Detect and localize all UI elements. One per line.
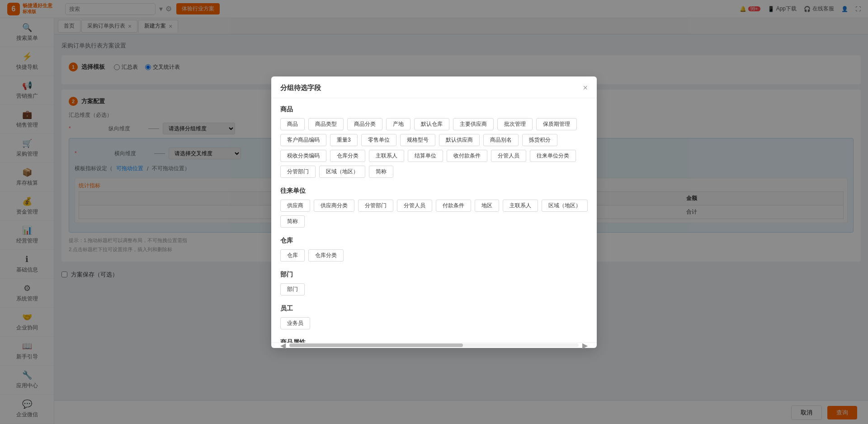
field-tag-0-8[interactable]: 客户商品编码 (280, 134, 326, 146)
hscroll-right-arrow[interactable]: ▶ (582, 341, 588, 350)
field-tag-1-6[interactable]: 主联系人 (503, 200, 538, 212)
field-group-title-3: 部门 (280, 271, 588, 279)
field-tags-4: 业务员 (280, 317, 588, 329)
field-tag-1-1[interactable]: 供应商分类 (314, 200, 354, 212)
field-group-title-0: 商品 (280, 105, 588, 114)
field-group-5: 商品属性属性颜色多规格尺码鞋码1 (280, 338, 588, 343)
field-group-title-5: 商品属性 (280, 338, 588, 343)
field-tag-1-5[interactable]: 地区 (475, 200, 499, 212)
field-tag-0-1[interactable]: 商品类型 (308, 118, 344, 130)
field-tag-0-11[interactable]: 规格型号 (400, 134, 435, 146)
field-tag-3-0[interactable]: 部门 (280, 283, 305, 295)
field-tags-1: 供应商供应商分类分管部门分管人员付款条件地区主联系人区域（地区）简称 (280, 200, 588, 228)
field-tags-0: 商品商品类型商品分类产地默认仓库主要供应商批次管理保质期管理客户商品编码重量3零… (280, 118, 588, 178)
field-tag-2-1[interactable]: 仓库分类 (308, 249, 344, 262)
field-group-title-2: 仓库 (280, 237, 588, 245)
field-tag-0-15[interactable]: 税收分类编码 (280, 150, 326, 162)
field-tag-2-0[interactable]: 仓库 (280, 249, 305, 262)
field-tag-1-7[interactable]: 区域（地区） (542, 200, 588, 212)
field-tag-0-12[interactable]: 默认供应商 (439, 134, 480, 146)
field-tag-0-10[interactable]: 零售单位 (361, 134, 396, 146)
field-group-title-4: 员工 (280, 305, 588, 313)
field-tag-0-24[interactable]: 简称 (369, 166, 393, 178)
field-tag-0-20[interactable]: 分管人员 (491, 150, 526, 162)
field-tag-1-8[interactable]: 简称 (280, 215, 305, 228)
field-tag-0-13[interactable]: 商品别名 (483, 134, 519, 146)
field-tag-0-16[interactable]: 仓库分类 (330, 150, 365, 162)
field-tag-1-2[interactable]: 分管部门 (358, 200, 393, 212)
field-tag-0-9[interactable]: 重量3 (330, 134, 358, 146)
field-tag-0-0[interactable]: 商品 (280, 118, 305, 130)
field-tag-0-23[interactable]: 区域（地区） (319, 166, 365, 178)
field-tag-0-18[interactable]: 结算单位 (408, 150, 443, 162)
field-tag-0-6[interactable]: 批次管理 (497, 118, 533, 130)
field-tags-2: 仓库仓库分类 (280, 249, 588, 262)
field-group-0: 商品商品商品类型商品分类产地默认仓库主要供应商批次管理保质期管理客户商品编码重量… (280, 105, 588, 178)
field-tag-1-4[interactable]: 付款条件 (436, 200, 471, 212)
field-tag-0-4[interactable]: 默认仓库 (414, 118, 449, 130)
field-group-3: 部门部门 (280, 271, 588, 295)
field-tags-3: 部门 (280, 283, 588, 295)
field-tag-0-3[interactable]: 产地 (386, 118, 410, 130)
hscroll-left-arrow[interactable]: ◀ (280, 341, 286, 350)
field-tag-0-17[interactable]: 主联系人 (369, 150, 404, 162)
field-tag-0-7[interactable]: 保质期管理 (536, 118, 577, 130)
field-group-4: 员工业务员 (280, 305, 588, 329)
field-group-2: 仓库仓库仓库分类 (280, 237, 588, 262)
modal-title: 分组待选字段 (280, 84, 321, 92)
field-tag-0-5[interactable]: 主要供应商 (453, 118, 494, 130)
hscroll-track[interactable] (289, 343, 579, 347)
hscroll-thumb (289, 343, 463, 347)
field-tag-4-0[interactable]: 业务员 (280, 317, 310, 329)
field-tag-1-3[interactable]: 分管人员 (397, 200, 432, 212)
modal-hscroll-area: ◀ ▶ (271, 343, 597, 348)
field-tag-0-22[interactable]: 分管部门 (280, 166, 316, 178)
modal-header: 分组待选字段 × (271, 76, 597, 98)
field-tag-1-0[interactable]: 供应商 (280, 200, 310, 212)
modal-dialog: 分组待选字段 × 商品商品商品类型商品分类产地默认仓库主要供应商批次管理保质期管… (271, 76, 597, 348)
field-tag-0-21[interactable]: 往来单位分类 (530, 150, 576, 162)
field-tag-0-14[interactable]: 拣货积分 (522, 134, 557, 146)
field-group-title-1: 往来单位 (280, 187, 588, 195)
modal-body: 商品商品商品类型商品分类产地默认仓库主要供应商批次管理保质期管理客户商品编码重量… (271, 98, 597, 343)
modal-overlay: 分组待选字段 × 商品商品商品类型商品分类产地默认仓库主要供应商批次管理保质期管… (0, 0, 868, 424)
modal-close-button[interactable]: × (583, 84, 588, 92)
field-group-1: 往来单位供应商供应商分类分管部门分管人员付款条件地区主联系人区域（地区）简称 (280, 187, 588, 228)
field-tag-0-19[interactable]: 收付款条件 (447, 150, 487, 162)
field-tag-0-2[interactable]: 商品分类 (347, 118, 382, 130)
